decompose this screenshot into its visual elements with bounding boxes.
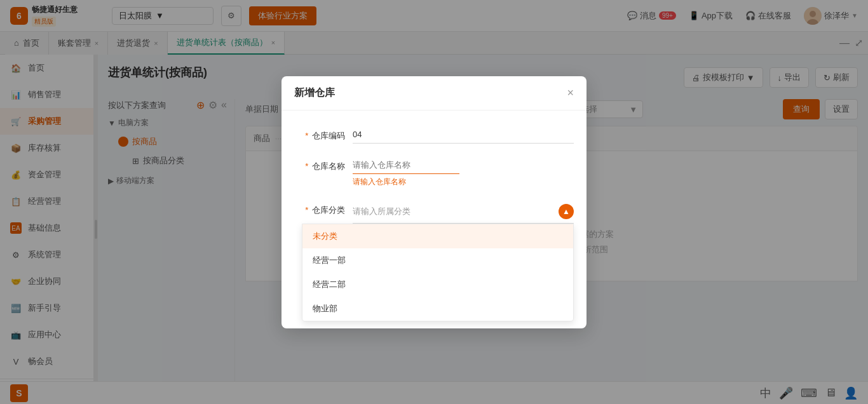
category-placeholder: 请输入所属分类 xyxy=(353,206,410,217)
category-select-wrap: 请输入所属分类 ▲ 未分类 经营一部 经营二部 xyxy=(353,200,574,224)
category-dropdown-trigger[interactable]: 请输入所属分类 ▲ xyxy=(353,200,574,224)
category-label: * 仓库分类 xyxy=(294,200,345,216)
code-label: * 仓库编码 xyxy=(294,126,345,142)
modal-overlay: 新增仓库 × * 仓库编码 * 仓库名称 xyxy=(0,0,868,404)
category-dropdown-list: 未分类 经营一部 经营二部 物业部 xyxy=(302,224,574,321)
add-warehouse-modal: 新增仓库 × * 仓库编码 * 仓库名称 xyxy=(281,76,587,328)
category-field-row: * 仓库分类 请输入所属分类 ▲ 未分类 经营一部 xyxy=(294,200,574,224)
warehouse-code-input[interactable] xyxy=(353,126,574,144)
modal-body: * 仓库编码 * 仓库名称 请输入仓库名称 xyxy=(281,111,587,286)
name-error-msg: 请输入仓库名称 xyxy=(353,177,406,186)
modal-close-button[interactable]: × xyxy=(567,87,574,98)
dropdown-option-3[interactable]: 物业部 xyxy=(302,297,573,321)
modal-header: 新增仓库 × xyxy=(281,76,587,111)
name-field-row: * 仓库名称 请输入仓库名称 xyxy=(294,156,574,187)
modal-title: 新增仓库 xyxy=(294,86,335,100)
name-label: * 仓库名称 xyxy=(294,156,345,174)
dropdown-option-0[interactable]: 未分类 xyxy=(302,224,573,248)
dropdown-option-1[interactable]: 经营一部 xyxy=(302,248,573,273)
dropdown-option-2[interactable]: 经营二部 xyxy=(302,273,573,297)
dropdown-up-icon: ▲ xyxy=(559,204,574,219)
warehouse-name-input[interactable] xyxy=(353,156,459,174)
code-field-row: * 仓库编码 xyxy=(294,126,574,144)
